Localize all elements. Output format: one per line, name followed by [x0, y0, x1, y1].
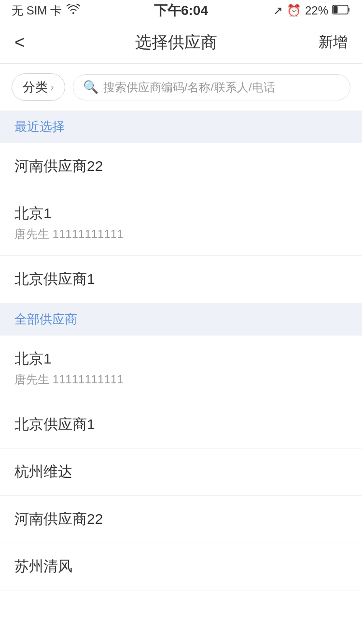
- search-placeholder: 搜索供应商编码/名称/联系人/电话: [103, 80, 275, 95]
- svg-rect-1: [334, 6, 338, 14]
- filter-bar: 分类 › 🔍 搜索供应商编码/名称/联系人/电话: [0, 64, 362, 111]
- list-item[interactable]: 北京供应商1: [0, 256, 362, 303]
- list-item[interactable]: 河南供应商22: [0, 143, 362, 190]
- recent-section-header: 最近选择: [0, 111, 362, 143]
- item-sub: 唐先生 11111111111: [14, 372, 348, 387]
- all-section-header: 全部供应商: [0, 303, 362, 336]
- item-sub: 唐先生 11111111111: [14, 226, 348, 242]
- category-label: 分类: [23, 79, 48, 96]
- nav-bar: < 选择供应商 新增: [0, 21, 362, 64]
- list-item[interactable]: 杭州维达: [0, 448, 362, 496]
- all-list: 北京1唐先生 11111111111北京供应商1杭州维达河南供应商22苏州清风: [0, 336, 362, 590]
- status-right: ↗ ⏰ 22%: [273, 4, 350, 17]
- status-bar: 无 SIM 卡 下午6:04 ↗ ⏰ 22%: [0, 0, 362, 21]
- all-header-label: 全部供应商: [14, 312, 77, 326]
- alarm-icon: ⏰: [287, 4, 301, 17]
- status-left: 无 SIM 卡: [12, 3, 80, 18]
- list-item[interactable]: 河南供应商22: [0, 496, 362, 543]
- category-button[interactable]: 分类 ›: [12, 73, 65, 101]
- wifi-icon: [67, 4, 80, 17]
- item-name: 河南供应商22: [14, 156, 348, 176]
- location-icon: ↗: [273, 4, 283, 17]
- item-name: 北京1: [14, 349, 348, 369]
- list-item[interactable]: 北京1唐先生 11111111111: [0, 336, 362, 401]
- battery-icon: [332, 4, 350, 17]
- status-time: 下午6:04: [154, 1, 208, 20]
- search-icon: 🔍: [83, 80, 98, 95]
- recent-list: 河南供应商22北京1唐先生 11111111111北京供应商1: [0, 143, 362, 303]
- page-title: 选择供应商: [135, 31, 217, 54]
- item-name: 北京供应商1: [14, 269, 348, 289]
- list-item[interactable]: 苏州清风: [0, 543, 362, 590]
- item-name: 北京供应商1: [14, 415, 348, 434]
- back-button[interactable]: <: [14, 32, 43, 53]
- add-button[interactable]: 新增: [309, 32, 348, 52]
- recent-header-label: 最近选择: [14, 119, 65, 134]
- carrier-label: 无 SIM 卡: [12, 3, 62, 18]
- item-name: 北京1: [14, 204, 348, 224]
- list-item[interactable]: 北京1唐先生 11111111111: [0, 190, 362, 256]
- item-name: 河南供应商22: [14, 509, 348, 529]
- item-name: 苏州清风: [14, 557, 348, 576]
- search-box[interactable]: 🔍 搜索供应商编码/名称/联系人/电话: [73, 74, 350, 100]
- list-item[interactable]: 北京供应商1: [0, 401, 362, 448]
- chevron-right-icon: ›: [51, 82, 54, 93]
- item-name: 杭州维达: [14, 462, 348, 482]
- battery-label: 22%: [305, 4, 328, 17]
